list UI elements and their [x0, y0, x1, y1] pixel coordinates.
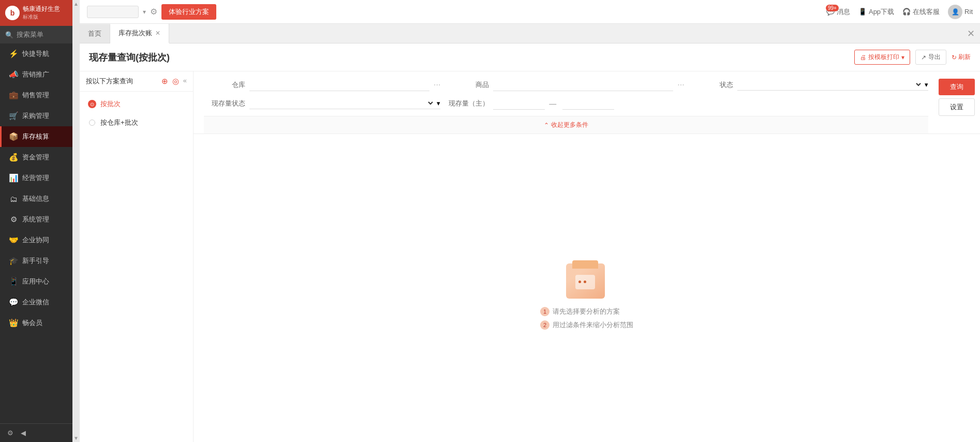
refresh-button[interactable]: ↻ 刷新 [952, 53, 971, 62]
goods-input[interactable] [493, 79, 673, 91]
right-content: 仓库 ··· 商品 ··· 状态 [194, 71, 980, 442]
warehouse-dots-icon[interactable]: ··· [434, 80, 440, 90]
sidebar-item-operation[interactable]: 📊 经营管理 [0, 168, 72, 188]
service-item[interactable]: 🎧 在线客服 [902, 7, 940, 17]
service-label: 在线客服 [913, 7, 940, 17]
circle-icon: ⊙ [90, 101, 94, 107]
sidebar-item-system[interactable]: ⚙ 系统管理 [0, 209, 72, 230]
inventory-status-select[interactable] [249, 99, 435, 108]
tab-batch-account[interactable]: 库存批次账 ✕ [110, 24, 169, 43]
sidebar-icon-appstore: 📱 [9, 277, 18, 286]
sidebar-icon-quick-nav: ⚡ [9, 49, 18, 58]
sidebar-label-purchase: 采购管理 [22, 111, 49, 121]
sidebar-label-inventory: 库存核算 [22, 132, 49, 141]
search-icon: 🔍 [5, 31, 13, 39]
refresh-label: 刷新 [958, 53, 971, 62]
sidebar-header: b 畅康通好生意 标准版 [0, 0, 72, 26]
inventory-qty-to[interactable] [562, 97, 614, 110]
inventory-status-select-wrap: ▾ [249, 98, 440, 109]
warehouse-label: 仓库 [204, 80, 245, 90]
filter-row-1: 仓库 ··· 商品 ··· 状态 [204, 79, 928, 91]
scroll-up-arrow[interactable]: ▲ [73, 1, 79, 7]
status-select[interactable] [737, 80, 923, 89]
scheme-batch-label: 按批次 [100, 99, 121, 109]
empty-icon [561, 247, 613, 299]
tab-close-icon[interactable]: ✕ [155, 30, 160, 37]
tab-home[interactable]: 首页 [80, 24, 110, 43]
close-page-button[interactable]: ✕ [961, 28, 980, 39]
sidebar-bottom: ⚙ ◀ [0, 423, 72, 442]
collapse-icon[interactable]: ◀ [21, 429, 26, 437]
sidebar-item-wechat[interactable]: 💬 企业微信 [0, 292, 72, 313]
export-button[interactable]: ↗ 导出 [915, 50, 946, 65]
inventory-status-dropdown-icon: ▾ [437, 99, 440, 107]
inventory-qty-from[interactable] [493, 97, 545, 110]
sidebar-item-appstore[interactable]: 📱 应用中心 [0, 271, 72, 292]
app-label: App下载 [869, 7, 894, 17]
tab-bar: 首页 库存批次账 ✕ ✕ [80, 24, 980, 43]
sidebar-item-purchase[interactable]: 🛒 采购管理 [0, 106, 72, 126]
scheme-item-warehouse-batch[interactable]: 按仓库+批次 [80, 113, 193, 132]
sidebar-item-inventory[interactable]: 📦 库存核算 [0, 126, 72, 147]
left-panel-title: 按以下方案查询 [86, 77, 133, 86]
set-button[interactable]: 设置 [939, 98, 975, 116]
edition-label: 标准版 [23, 13, 60, 21]
print-label: 按模板打印 [868, 53, 899, 62]
page-actions: 🖨 按模板打印 ▾ ↗ 导出 ↻ 刷新 [854, 50, 971, 65]
search-input[interactable] [87, 6, 139, 18]
gear-icon[interactable]: ⚙ [150, 7, 157, 17]
search-label: 搜索菜单 [17, 30, 43, 39]
left-panel-header: 按以下方案查询 ⊕ ◎ « [80, 71, 193, 92]
target-icon[interactable]: ◎ [172, 77, 179, 86]
left-panel-icons: ⊕ ◎ « [161, 77, 187, 86]
sidebar-item-newbie[interactable]: 🎓 新手引导 [0, 251, 72, 271]
top-bar: ▾ ⚙ 体验行业方案 💬 99+ 消息 📱 App下载 🎧 在线客服 👤 [80, 0, 980, 24]
sidebar-item-finance[interactable]: 💰 资金管理 [0, 147, 72, 168]
scroll-down-arrow[interactable]: ▼ [73, 435, 79, 441]
sidebar-icon-purchase: 🛒 [9, 111, 18, 121]
query-button[interactable]: 查询 [939, 79, 975, 95]
sidebar-item-quick-nav[interactable]: ⚡ 快捷导航 [0, 43, 72, 64]
add-scheme-icon[interactable]: ⊕ [161, 77, 168, 86]
collapse-left-icon[interactable]: « [183, 77, 187, 86]
top-bar-right: 💬 99+ 消息 📱 App下载 🎧 在线客服 👤 Rit [826, 5, 973, 19]
headset-icon: 🎧 [902, 8, 911, 16]
sidebar-item-vip[interactable]: 👑 畅会员 [0, 313, 72, 333]
box-lid [572, 260, 598, 269]
dropdown-button[interactable]: ▾ [143, 8, 146, 16]
sidebar-icon-operation: 📊 [9, 173, 18, 183]
message-item[interactable]: 💬 99+ 消息 [826, 7, 850, 17]
sidebar-icon-wechat: 💬 [9, 298, 18, 307]
sidebar-item-enterprise[interactable]: 🤝 企业协同 [0, 230, 72, 251]
sidebar-item-sales[interactable]: 💼 销售管理 [0, 85, 72, 106]
user-item[interactable]: 👤 Rit [948, 5, 973, 19]
collapse-more-button[interactable]: ⌃ 收起更多条件 [204, 116, 928, 134]
warehouse-input[interactable] [249, 79, 429, 91]
sidebar-item-basic[interactable]: 🗂 基础信息 [0, 188, 72, 209]
inventory-status-label: 现存量状态 [204, 99, 245, 108]
sidebar-label-appstore: 应用中心 [22, 277, 49, 286]
status-label: 状态 [692, 80, 733, 90]
sidebar-item-marketing[interactable]: 📣 营销推广 [0, 64, 72, 85]
trial-button[interactable]: 体验行业方案 [161, 4, 216, 20]
print-button[interactable]: 🖨 按模板打印 ▾ [854, 50, 910, 65]
sidebar-search[interactable]: 🔍 搜索菜单 [0, 26, 72, 43]
sidebar: b 畅康通好生意 标准版 🔍 搜索菜单 ⚡ 快捷导航 📣 营销推广 💼 销售管理… [0, 0, 72, 442]
eye-right [584, 281, 586, 283]
sidebar-label-quick-nav: 快捷导航 [22, 49, 49, 58]
sidebar-nav: ⚡ 快捷导航 📣 营销推广 💼 销售管理 🛒 采购管理 📦 库存核算 💰 资金管… [0, 43, 72, 423]
sidebar-icon-newbie: 🎓 [9, 256, 18, 266]
app-download-item[interactable]: 📱 App下载 [858, 7, 894, 17]
left-panel: 按以下方案查询 ⊕ ◎ « ⊙ 按批次 [80, 71, 194, 442]
sidebar-label-system: 系统管理 [22, 215, 49, 224]
scheme-dot-active: ⊙ [88, 100, 96, 108]
export-label: 导出 [928, 53, 941, 62]
scheme-dot [88, 119, 96, 127]
settings-icon[interactable]: ⚙ [7, 429, 13, 437]
goods-dots-icon[interactable]: ··· [677, 80, 684, 90]
sidebar-icon-finance: 💰 [9, 153, 18, 162]
user-name: Rit [964, 8, 973, 16]
body-split: 按以下方案查询 ⊕ ◎ « ⊙ 按批次 [80, 71, 980, 442]
hint-num-2: 2 [540, 320, 550, 330]
scheme-item-batch[interactable]: ⊙ 按批次 [80, 95, 193, 113]
